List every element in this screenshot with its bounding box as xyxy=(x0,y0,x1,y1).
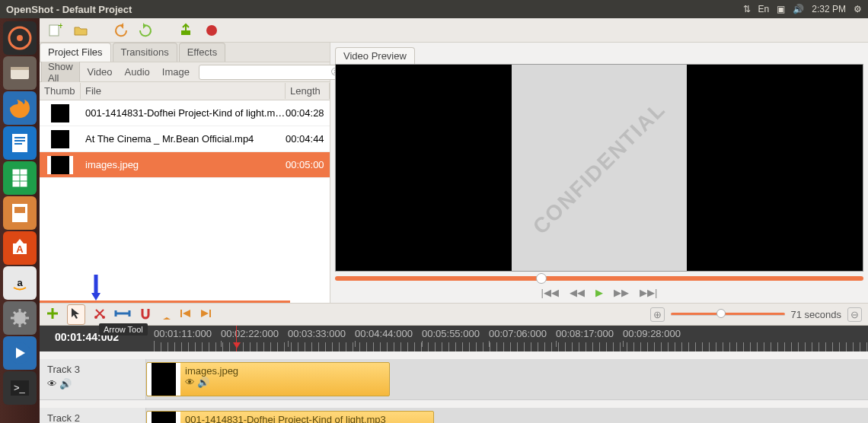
preview-panel: Video Preview CONFIDENTIAL |◀◀ ◀◀ ▶ ▶▶ ▶… xyxy=(330,43,868,303)
file-name: images.jpeg xyxy=(81,159,286,170)
files-icon[interactable] xyxy=(3,56,37,90)
svg-rect-26 xyxy=(209,310,211,317)
svg-text:A: A xyxy=(16,243,24,255)
file-thumb xyxy=(40,130,81,148)
col-thumb[interactable]: Thumb xyxy=(40,83,81,99)
file-row[interactable]: 001-1414831-Dofhei Project-Kind of light… xyxy=(40,100,330,126)
preview-viewport[interactable]: CONFIDENTIAL xyxy=(335,64,863,272)
tab-project-files[interactable]: Project Files xyxy=(40,43,111,62)
speaker-icon[interactable]: 🔊 xyxy=(197,377,209,388)
network-icon[interactable]: ⇅ xyxy=(743,4,751,14)
svg-point-1 xyxy=(17,35,23,41)
zoom-slider[interactable] xyxy=(671,313,785,316)
add-track-button[interactable] xyxy=(46,307,59,323)
settings-icon[interactable] xyxy=(3,301,37,335)
file-name: 001-1414831-Dofhei Project-Kind of light… xyxy=(81,107,286,119)
system-indicators[interactable]: ⇅ En ▣ 🔊 2:32 PM ⚙ xyxy=(743,4,862,14)
zoom-in-icon[interactable]: ⊕ xyxy=(650,307,665,322)
import-file-button[interactable] xyxy=(177,21,195,40)
col-file[interactable]: File xyxy=(81,83,286,99)
file-row[interactable]: images.jpeg 00:05:00 xyxy=(40,152,330,178)
redo-button[interactable] xyxy=(137,21,155,40)
watermark-text: CONFIDENTIAL xyxy=(528,97,671,239)
track-lane[interactable]: images.jpeg 👁 🔊 xyxy=(146,359,868,399)
file-name: At The Cinema _ Mr.Bean Official.mp4 xyxy=(81,133,286,145)
filter-row: Show All Video Audio Image ⓧ xyxy=(40,62,330,82)
playhead[interactable] xyxy=(236,326,237,351)
clip[interactable]: images.jpeg 👁 🔊 xyxy=(146,362,390,396)
zoom-out-icon[interactable]: ⊖ xyxy=(847,307,862,322)
filter-video[interactable]: Video xyxy=(81,64,119,80)
battery-icon[interactable]: ▣ xyxy=(777,4,785,14)
track-header[interactable]: Track 2 👁 🔊 xyxy=(40,408,146,423)
file-length: 00:05:00 xyxy=(286,159,330,170)
marker-prev-button[interactable] xyxy=(180,308,192,321)
file-thumb xyxy=(40,104,81,122)
arrow-tool-button[interactable] xyxy=(67,304,85,325)
app-title: OpenShot - Default Project xyxy=(6,4,132,15)
marker-next-button[interactable] xyxy=(199,308,212,321)
tab-video-preview[interactable]: Video Preview xyxy=(335,47,415,64)
svg-point-23 xyxy=(94,316,97,319)
track-header[interactable]: Track 3 👁 🔊 xyxy=(40,359,146,399)
timeline-ruler[interactable]: 00:01:44:002 00:01:11:00000:02:22:00000:… xyxy=(40,326,868,351)
calc-icon[interactable] xyxy=(3,161,37,195)
track[interactable]: Track 2 👁 🔊 001-1414831-Dofhei Project-K… xyxy=(40,408,868,423)
undo-button[interactable] xyxy=(111,21,129,40)
marker-add-button[interactable] xyxy=(161,307,172,323)
track-lane[interactable]: 001-1414831-Dofhei Project-Kind of light… xyxy=(146,408,868,423)
resize-tool-button[interactable] xyxy=(114,307,131,323)
razor-tool-button[interactable] xyxy=(93,307,107,323)
skip-end-icon[interactable]: ▶▶| xyxy=(640,287,657,298)
filter-image[interactable]: Image xyxy=(156,64,196,80)
zoom-control: ⊕ 71 seconds ⊖ xyxy=(650,307,863,322)
step-forward-icon[interactable]: ▶▶ xyxy=(614,287,629,298)
seek-slider[interactable] xyxy=(335,276,863,281)
clip-thumb xyxy=(147,363,180,396)
tab-transitions[interactable]: Transitions xyxy=(113,43,177,62)
svg-rect-3 xyxy=(11,67,29,70)
new-project-button[interactable]: + xyxy=(46,21,64,40)
track[interactable]: Track 3 👁 🔊 images.jpeg 👁 🔊 xyxy=(40,359,868,400)
svg-text:a: a xyxy=(17,277,23,288)
gear-icon[interactable]: ⚙ xyxy=(854,4,862,14)
impress-icon[interactable] xyxy=(3,196,37,230)
amazon-icon[interactable]: a xyxy=(3,266,37,300)
skip-start-icon[interactable]: |◀◀ xyxy=(541,287,559,298)
record-button[interactable] xyxy=(203,21,221,40)
project-tabs: Project Files Transitions Effects xyxy=(40,43,330,62)
clip-thumb xyxy=(147,412,180,423)
firefox-icon[interactable] xyxy=(3,91,37,125)
play-icon[interactable]: ▶ xyxy=(595,287,603,298)
writer-icon[interactable] xyxy=(3,126,37,160)
dash-icon[interactable] xyxy=(3,21,37,55)
file-row[interactable]: At The Cinema _ Mr.Bean Official.mp4 00:… xyxy=(40,126,330,152)
main-toolbar: + xyxy=(40,18,868,43)
clock[interactable]: 2:32 PM xyxy=(812,4,846,14)
step-back-icon[interactable]: ◀◀ xyxy=(570,287,585,298)
filter-audio[interactable]: Audio xyxy=(119,64,156,80)
svg-point-24 xyxy=(102,316,105,319)
file-length: 00:04:44 xyxy=(286,133,330,145)
track-name: Track 3 xyxy=(47,364,138,375)
filter-input[interactable] xyxy=(199,65,345,80)
eye-icon[interactable]: 👁 xyxy=(185,377,195,388)
file-thumb xyxy=(40,156,81,174)
sound-icon[interactable]: 🔊 xyxy=(793,4,804,14)
language-indicator[interactable]: En xyxy=(758,4,770,14)
file-list-header: Thumb File Length xyxy=(40,82,330,100)
terminal-icon[interactable]: >_ xyxy=(3,371,37,405)
speaker-icon[interactable]: 🔊 xyxy=(59,378,72,390)
software-center-icon[interactable]: A xyxy=(3,231,37,265)
system-menubar: OpenShot - Default Project ⇅ En ▣ 🔊 2:32… xyxy=(0,0,868,18)
tab-effects[interactable]: Effects xyxy=(179,43,226,62)
svg-text:+: + xyxy=(58,23,62,31)
clip[interactable]: 001-1414831-Dofhei Project-Kind of light… xyxy=(146,411,434,423)
openshot-icon[interactable] xyxy=(3,336,37,370)
open-project-button[interactable] xyxy=(72,21,90,40)
col-length[interactable]: Length xyxy=(286,83,330,99)
eye-icon[interactable]: 👁 xyxy=(47,378,57,390)
unity-launcher: A a >_ xyxy=(0,18,40,423)
clip-label: images.jpeg xyxy=(185,365,238,377)
snap-tool-button[interactable] xyxy=(139,307,152,323)
